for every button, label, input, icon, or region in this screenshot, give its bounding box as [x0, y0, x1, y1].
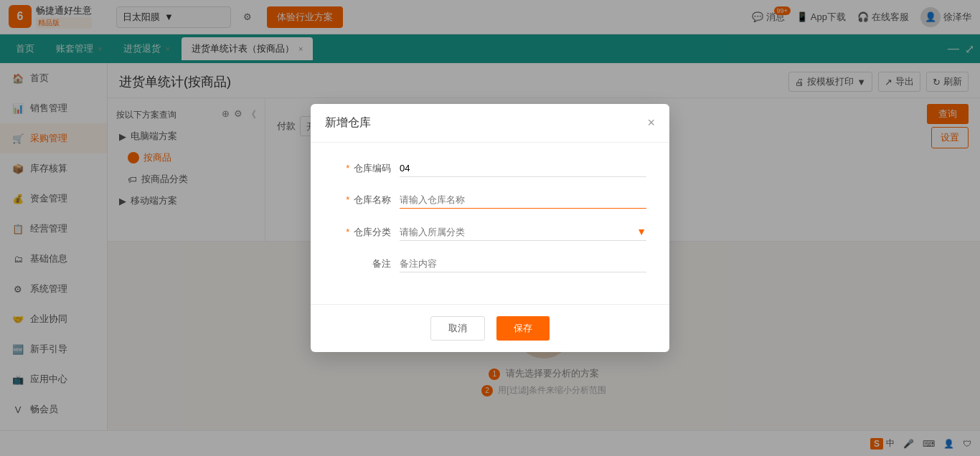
warehouse-class-row: * 仓库分类 ▼ [334, 223, 646, 241]
modal-body: * 仓库编码 * 仓库名称 * 仓库分类 [311, 143, 669, 304]
warehouse-name-label: * 仓库名称 [334, 194, 391, 206]
modal-footer: 取消 保存 [311, 304, 669, 352]
warehouse-class-label: * 仓库分类 [334, 226, 391, 239]
remark-input[interactable] [400, 255, 646, 272]
required-marker-2: * [346, 194, 349, 205]
remark-row: 备注 [334, 255, 646, 272]
warehouse-code-label: * 仓库编码 [334, 162, 391, 175]
warehouse-class-select[interactable]: ▼ [400, 223, 646, 241]
warehouse-class-input[interactable] [400, 227, 636, 237]
warehouse-code-input[interactable] [400, 160, 646, 177]
modal-overlay[interactable]: 新增仓库 × * 仓库编码 * 仓库名称 [0, 0, 980, 456]
warehouse-modal: 新增仓库 × * 仓库编码 * 仓库名称 [311, 104, 669, 352]
remark-label: 备注 [334, 257, 391, 270]
select-arrow-icon: ▼ [636, 226, 646, 237]
modal-title: 新增仓库 [325, 115, 371, 130]
required-marker: * [346, 163, 349, 174]
save-button[interactable]: 保存 [496, 316, 550, 341]
cancel-button[interactable]: 取消 [430, 316, 485, 341]
warehouse-name-input[interactable] [400, 191, 646, 209]
required-marker-3: * [346, 227, 349, 237]
warehouse-code-row: * 仓库编码 [334, 160, 646, 177]
warehouse-name-row: * 仓库名称 [334, 191, 646, 209]
modal-close-button[interactable]: × [647, 115, 655, 130]
modal-header: 新增仓库 × [311, 104, 669, 143]
